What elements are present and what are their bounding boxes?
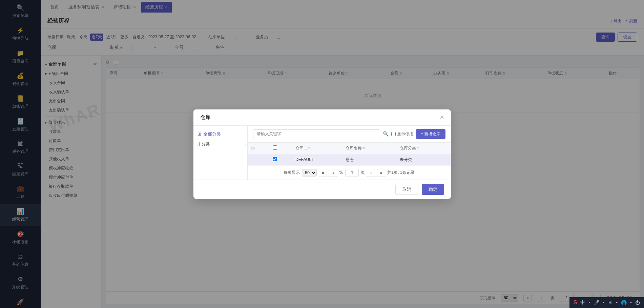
modal-pagination: 每页显示 50 « ‹ 第 页 › » 共1页, 1条记录: [248, 166, 451, 180]
taskbar-logo: S: [574, 300, 577, 306]
modal-table-container: ⚙ 仓库... ⇅ 仓库名称 ⇅ 仓库分类 ⇅ DEFAU: [248, 143, 451, 166]
uncategorized-item[interactable]: 未分类: [193, 139, 247, 149]
taskbar-dot2: •: [603, 300, 604, 305]
modal-title: 仓库: [200, 114, 210, 121]
confirm-button[interactable]: 确定: [422, 184, 444, 195]
modal-right-panel: 🔍 显示停用 + 新增仓库 ⚙ 仓库... ⇅: [248, 126, 451, 180]
modal-th-check: [269, 143, 292, 154]
modal-prev-btn[interactable]: ‹: [329, 169, 337, 177]
row-gear: [248, 154, 270, 165]
row-name: 总仓: [342, 154, 396, 165]
modal-overlay[interactable]: 仓库 ✕ ⊞ 全部分类 未分类 ‹ 🔍: [0, 0, 644, 308]
modal-th-code: 仓库... ⇅: [292, 143, 342, 154]
taskbar-dot3: •: [616, 300, 618, 305]
row-category: 未分类: [396, 154, 451, 165]
modal-search-button[interactable]: 🔍: [383, 131, 389, 137]
modal-footer: 取消 确定: [193, 180, 451, 199]
taskbar-china-icon[interactable]: 中: [580, 300, 585, 306]
modal-close-button[interactable]: ✕: [440, 114, 444, 121]
taskbar-dot4: •: [630, 300, 632, 305]
modal-table-row[interactable]: DEFAULT 总仓 未分类: [248, 154, 451, 165]
modal-category-panel: ⊞ 全部分类 未分类 ‹: [193, 126, 248, 180]
modal-page-size-select[interactable]: 50: [302, 169, 317, 177]
modal-page-size-label: 每页显示: [284, 170, 300, 176]
taskbar-dot1: •: [588, 300, 590, 305]
modal-header: 仓库 ✕: [193, 109, 451, 126]
taskbar-power-icon[interactable]: ⏻: [635, 300, 640, 305]
modal-gear-icon[interactable]: ⚙: [251, 146, 255, 151]
taskbar: S 中 • 🎤 • 🖥 • 🌐 • ⏻: [569, 297, 644, 308]
add-warehouse-button[interactable]: + 新增仓库: [416, 129, 445, 139]
modal-th-gear: ⚙: [248, 143, 270, 154]
all-category-label: 全部分类: [203, 131, 221, 137]
modal-first-btn[interactable]: «: [319, 169, 327, 177]
modal-last-btn[interactable]: »: [377, 169, 385, 177]
all-category-btn[interactable]: ⊞ 全部分类: [193, 129, 247, 139]
modal-body: ⊞ 全部分类 未分类 ‹ 🔍 显示停用 + 新增仓库: [193, 126, 451, 180]
modal-th-name: 仓库名称 ⇅: [342, 143, 396, 154]
row-check: [269, 154, 292, 165]
modal-page-unit: 页: [361, 170, 365, 176]
taskbar-mic-icon[interactable]: 🎤: [594, 300, 599, 305]
warehouse-modal: 仓库 ✕ ⊞ 全部分类 未分类 ‹ 🔍: [193, 109, 451, 199]
taskbar-monitor-icon[interactable]: 🖥: [608, 300, 612, 305]
modal-next-btn[interactable]: ›: [367, 169, 375, 177]
modal-table: ⚙ 仓库... ⇅ 仓库名称 ⇅ 仓库分类 ⇅ DEFAU: [248, 143, 451, 166]
modal-th-category: 仓库分类 ⇅: [396, 143, 451, 154]
modal-page-label: 第: [339, 170, 343, 176]
show-disabled-checkbox[interactable]: [391, 132, 396, 136]
grid-icon: ⊞: [198, 131, 201, 137]
modal-select-all[interactable]: [273, 145, 277, 150]
modal-total: 共1页, 1条记录: [387, 170, 414, 176]
show-disabled-label[interactable]: 显示停用: [391, 131, 413, 137]
taskbar-network-icon[interactable]: 🌐: [621, 300, 627, 305]
modal-search-bar: 🔍 显示停用 + 新增仓库: [248, 126, 451, 143]
modal-search-input[interactable]: [253, 129, 380, 138]
cancel-button[interactable]: 取消: [395, 184, 418, 195]
row-checkbox[interactable]: [273, 157, 277, 161]
row-code: DEFAULT: [292, 154, 342, 165]
modal-page-input[interactable]: [345, 169, 359, 177]
